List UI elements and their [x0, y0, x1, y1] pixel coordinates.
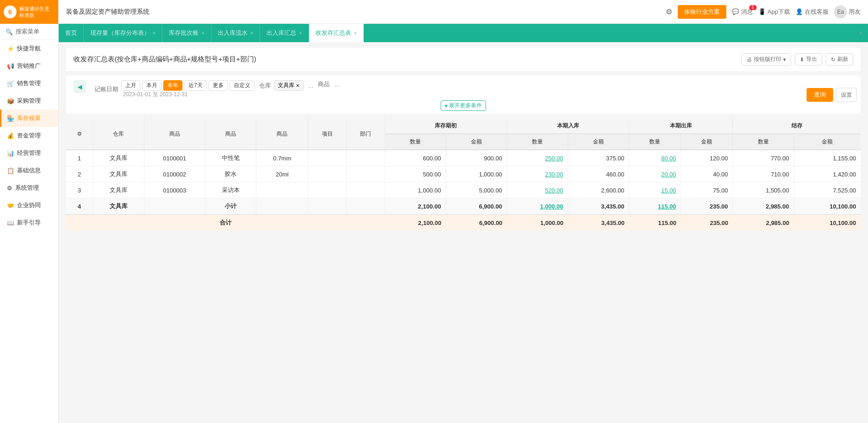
footer-out-amount: 235.00	[681, 214, 733, 231]
cell-in-qty[interactable]: 520.00	[507, 182, 568, 198]
tab-inout-flow[interactable]: 出入库流水 ×	[211, 24, 260, 42]
date-option-more[interactable]: 更多	[209, 80, 228, 91]
content-area: 收发存汇总表(按仓库+商品编码+商品+规格型号+项目+部门) 🖨 按钮版打印 ▾…	[59, 42, 868, 423]
cell-opening-qty: 500.00	[385, 166, 446, 182]
app-logo: 6 畅捷通好生意标准版	[0, 0, 58, 24]
refresh-button[interactable]: ↻ 刷新	[826, 53, 853, 66]
th-group-opening: 库存期初	[385, 118, 507, 134]
date-option-this-month[interactable]: 本月	[142, 80, 161, 91]
app-download-button[interactable]: 📱 App下载	[758, 8, 790, 16]
cell-closing-amount: 1,420.00	[794, 166, 861, 182]
tab-inventory-dist-label: 现存量（库存分布表）	[90, 29, 150, 37]
user-button[interactable]: Ea 用友	[834, 5, 861, 18]
product-more-dots[interactable]: ...	[334, 81, 340, 88]
th-out-amount: 金额	[681, 134, 733, 150]
query-button[interactable]: 查询	[807, 88, 833, 102]
sidebar-item-marketing[interactable]: 📢 营销推广	[0, 57, 58, 75]
sidebar-item-inventory[interactable]: 🏪 库存核算	[0, 110, 58, 127]
sidebar-item-finance[interactable]: 💰 资金管理	[0, 127, 58, 144]
cell-product-spec: 20ml	[256, 166, 308, 182]
date-option-7days[interactable]: 近7天	[184, 80, 207, 91]
print-icon: 🖨	[746, 56, 752, 63]
tab-inout-flow-close[interactable]: ×	[250, 30, 253, 36]
sidebar-item-guide[interactable]: 📖 新手引导	[0, 214, 58, 231]
tab-bar-close-icon[interactable]: ×	[853, 29, 868, 37]
th-group-closing: 结存	[733, 118, 861, 134]
page-title-bar: 收发存汇总表(按仓库+商品编码+商品+规格型号+项目+部门) 🖨 按钮版打印 ▾…	[66, 48, 861, 71]
sidebar-item-basic-info[interactable]: 📋 基础信息	[0, 162, 58, 179]
cell-product-name: 中性笔	[205, 150, 256, 166]
th-in-qty: 数量	[507, 134, 568, 150]
sidebar-item-quick-nav[interactable]: ⚡ 快捷导航	[0, 40, 58, 57]
cell-out-qty[interactable]: 80.00	[629, 150, 681, 166]
trial-button[interactable]: 体验行业方案	[678, 5, 726, 19]
cell-in-amount: 375.00	[568, 150, 629, 166]
page-title: 收发存汇总表(按仓库+商品编码+商品+规格型号+项目+部门)	[73, 55, 256, 64]
tab-inout-summary-label: 出入库汇总	[266, 29, 296, 37]
cell-opening-qty: 600.00	[385, 150, 446, 166]
tab-batch-ledger-close[interactable]: ×	[201, 30, 204, 36]
cell-out-amount: 75.00	[681, 182, 733, 198]
cell-out-qty[interactable]: 115.00	[629, 198, 681, 215]
export-button[interactable]: ⬇ 导出	[795, 53, 822, 66]
cell-in-qty[interactable]: 1,000.00	[507, 198, 568, 215]
warehouse-filter-value[interactable]: 文具库 ×	[274, 80, 304, 91]
sidebar-item-enterprise[interactable]: 🤝 企业协同	[0, 197, 58, 214]
sidebar-basic-info-label: 基础信息	[17, 166, 41, 175]
cell-closing-qty: 1,505.00	[733, 182, 794, 198]
sidebar-enterprise-label: 企业协同	[17, 201, 41, 209]
filter-date-section: 记账日期 上月 本月 本年 近7天 更多 自定义 2023-01-01 至 20…	[94, 80, 254, 99]
sales-icon: 🛒	[7, 80, 14, 87]
warehouse-remove-icon[interactable]: ×	[296, 82, 299, 89]
tab-inventory-dist[interactable]: 现存量（库存分布表） ×	[84, 24, 162, 42]
sidebar-item-purchase[interactable]: 📦 采购管理	[0, 92, 58, 110]
cell-no: 2	[66, 166, 93, 182]
filter-product-section: 商品 ...	[318, 80, 340, 88]
date-option-custom[interactable]: 自定义	[230, 80, 254, 91]
filter-warehouse-section: 仓库 文具库 × ...	[259, 80, 314, 91]
date-option-prev-month[interactable]: 上月	[121, 80, 140, 91]
th-group-in: 本期入库	[507, 118, 629, 134]
table-row: 1 文具库 0100001 中性笔 0.7mm 600.00 900.00 25…	[66, 150, 861, 166]
app-download-label: App下载	[768, 8, 790, 16]
warehouse-more-dots[interactable]: ...	[308, 82, 314, 89]
quick-nav-icon: ⚡	[7, 45, 14, 52]
sidebar-item-sales[interactable]: 🛒 销售管理	[0, 75, 58, 92]
cell-product-name: 采访本	[205, 182, 256, 198]
data-table-container: ⚙ 仓库 商品 商品 商品 项目 部门 库存期初 本期入库 本期出库 结存 数量	[66, 118, 861, 231]
tab-recv-send-summary-close[interactable]: ×	[354, 30, 357, 36]
product-filter-label: 商品	[318, 80, 330, 88]
th-settings[interactable]: ⚙	[66, 118, 93, 150]
sidebar-item-system[interactable]: ⚙ 系统管理	[0, 179, 58, 197]
title-actions: 🖨 按钮版打印 ▾ ⬇ 导出 ↻ 刷新	[741, 53, 853, 66]
message-button[interactable]: 💬 消息 6	[732, 8, 753, 16]
collapse-arrow-btn[interactable]: ◀	[73, 80, 86, 93]
user-label: 用友	[849, 8, 861, 16]
main-content: 装备及固定资产辅助管理系统 ⚙ 体验行业方案 💬 消息 6 📱 App下载 👤 …	[59, 0, 868, 423]
cell-in-qty[interactable]: 250.00	[507, 150, 568, 166]
cell-warehouse: 文具库	[93, 150, 144, 166]
expand-row: ▾ 展开更多条件	[73, 100, 853, 111]
filter-settings-button[interactable]: 设置	[836, 88, 857, 102]
logo-icon: 6	[4, 5, 17, 18]
cell-in-amount: 3,435.00	[568, 198, 629, 215]
system-settings-icon[interactable]: ⚙	[666, 7, 672, 16]
date-option-this-year[interactable]: 本年	[163, 80, 182, 91]
tab-batch-ledger[interactable]: 库存批次账 ×	[162, 24, 211, 42]
footer-closing-qty: 2,985.00	[733, 214, 794, 231]
online-support-button[interactable]: 👤 在线客服	[796, 8, 829, 16]
tab-inventory-dist-close[interactable]: ×	[153, 30, 155, 36]
tab-inout-summary-close[interactable]: ×	[299, 30, 302, 36]
print-button[interactable]: 🖨 按钮版打印 ▾	[741, 53, 791, 66]
tab-inout-summary[interactable]: 出入库汇总 ×	[260, 24, 309, 42]
cell-out-qty[interactable]: 20.00	[629, 166, 681, 182]
footer-opening-qty: 2,100.00	[385, 214, 446, 231]
cell-in-qty[interactable]: 230.00	[507, 166, 568, 182]
tab-home[interactable]: 首页	[59, 24, 84, 42]
sidebar-item-operations[interactable]: 📊 经营管理	[0, 144, 58, 162]
cell-out-qty[interactable]: 15.00	[629, 182, 681, 198]
tab-recv-send-summary[interactable]: 收发存汇总表 ×	[309, 24, 364, 42]
sidebar-item-search[interactable]: 🔍 搜索菜单	[0, 24, 58, 40]
expand-conditions-btn[interactable]: ▾ 展开更多条件	[441, 100, 486, 111]
cell-in-amount: 2,600.00	[568, 182, 629, 198]
